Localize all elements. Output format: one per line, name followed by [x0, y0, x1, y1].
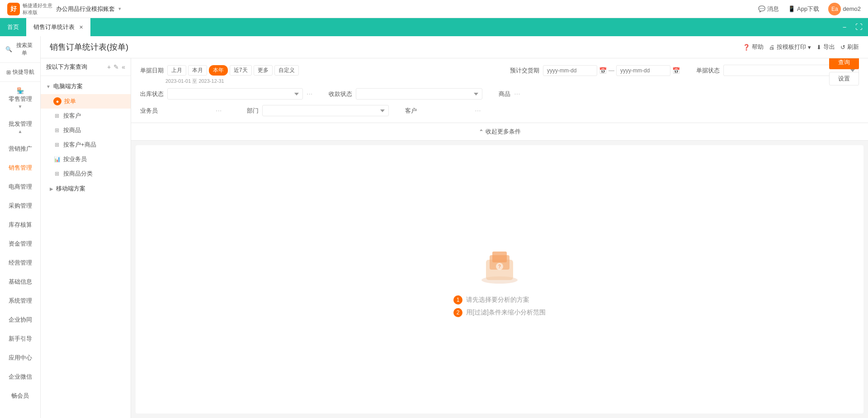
- sidebar-item-enterprise[interactable]: 企业协同: [0, 310, 40, 329]
- sidebar-item-purchase[interactable]: 采购管理: [0, 196, 40, 215]
- export-icon: ⬇: [816, 44, 821, 51]
- page-title: 销售订单统计表(按单): [50, 42, 128, 58]
- sidebar-item-sales[interactable]: 销售管理: [0, 158, 40, 177]
- customer-more-icon[interactable]: ···: [475, 107, 481, 115]
- sidebar-item-enterprise-wechat[interactable]: 企业微信: [0, 367, 40, 386]
- tree-group-pc-header[interactable]: ▼ 电脑端方案: [41, 79, 131, 94]
- sidebar-item-app-center[interactable]: 应用中心: [0, 348, 40, 367]
- message-icon: 💬: [758, 5, 765, 12]
- tree-item-icon-4: 📊: [53, 156, 61, 163]
- refresh-btn[interactable]: ↺ 刷新: [840, 43, 859, 51]
- receipt-status-select[interactable]: [356, 88, 482, 100]
- sidebar-item-system[interactable]: 系统管理: [0, 291, 40, 310]
- query-btn[interactable]: 查询: [829, 58, 859, 69]
- sidebar-item-finance[interactable]: 资金管理: [0, 234, 40, 253]
- filter-product-item: 商品 ···: [499, 90, 520, 98]
- sidebar-item-ecommerce[interactable]: 电商管理: [0, 177, 40, 196]
- quick-nav-btn[interactable]: ⊞ 快捷导航: [0, 66, 40, 79]
- tree-group-mobile-header[interactable]: ▶ 移动端方案: [41, 181, 131, 196]
- date-btn-more[interactable]: 更多: [254, 65, 273, 76]
- export-btn[interactable]: ⬇ 导出: [816, 43, 835, 51]
- tab-home[interactable]: 首页: [0, 18, 26, 36]
- tab-sales-order-stats[interactable]: 销售订单统计表 ✕: [26, 18, 90, 36]
- top-bar-left: 好 畅捷通好生意 标准版 办公用品行业模拟账套 ▾: [7, 2, 121, 15]
- shipment-more-icon[interactable]: ···: [307, 90, 312, 98]
- empty-hint-1: 1 请先选择要分析的方案: [453, 295, 546, 304]
- print-template-btn[interactable]: 🖨 按模板打印 ▾: [769, 43, 811, 51]
- date-btn-7days[interactable]: 近7天: [230, 65, 252, 76]
- expected-delivery-from-input[interactable]: [543, 65, 597, 76]
- calendar-to-icon[interactable]: 📅: [672, 67, 680, 74]
- date-btn-last-month[interactable]: 上月: [167, 65, 186, 76]
- collapse-bar: ⌃ 收起更多条件: [131, 123, 868, 141]
- sidebar-item-operations[interactable]: 经营管理: [0, 253, 40, 272]
- tree-collapse-icon: ▶: [50, 186, 53, 191]
- tree-item-by-customer-product-label: 按客户+商品: [63, 141, 96, 149]
- help-btn[interactable]: ❓ 帮助: [743, 43, 764, 51]
- add-scheme-btn[interactable]: +: [107, 63, 111, 71]
- tree-item-by-category[interactable]: ⊞ 按商品分类: [41, 166, 131, 181]
- filter-receipt-status-item: 收款状态: [329, 88, 482, 100]
- filter-row-3: 业务员 ··· 部门 客户 ···: [140, 105, 859, 116]
- tree-item-by-customer[interactable]: ⊞ 按客户: [41, 109, 131, 123]
- tab-minimize-btn[interactable]: －: [839, 21, 850, 34]
- sidebar-item-inventory[interactable]: 库存核算: [0, 215, 40, 234]
- shipment-status-select[interactable]: [167, 88, 303, 100]
- sidebar-search-section: 🔍 搜索菜单: [0, 36, 40, 63]
- edit-scheme-btn[interactable]: ✎: [113, 63, 119, 71]
- sidebar-item-membership[interactable]: 畅会员: [0, 386, 40, 405]
- tree-item-icon: ⊞: [53, 112, 61, 119]
- search-label: 搜索菜单: [14, 42, 35, 57]
- salesperson-more-icon[interactable]: ···: [216, 107, 222, 115]
- app-title-dropdown[interactable]: ▾: [118, 6, 121, 12]
- download-icon: 📱: [788, 5, 795, 12]
- date-btn-this-month[interactable]: 本月: [188, 65, 207, 76]
- active-item-icon: ●: [53, 97, 61, 105]
- right-panel: 单据日期 上月 本月 本年 近7天 更多 自定义: [131, 58, 868, 418]
- collapse-more-conditions-btn[interactable]: ⌃ 收起更多条件: [479, 128, 521, 136]
- app-download-btn[interactable]: 📱 App下载: [788, 5, 819, 13]
- user-menu[interactable]: Ea demo2: [828, 3, 861, 15]
- sidebar-menu: 🏪 零售管理 ▼ 批发管理 ▲ 营销推广 销售管理 电商管理 采购管理 库存核算: [0, 82, 40, 418]
- product-more-icon[interactable]: ···: [514, 90, 520, 98]
- expected-delivery-to-input[interactable]: [616, 65, 670, 76]
- receipt-status-label: 收款状态: [329, 90, 352, 98]
- top-bar-right: 💬 消息 📱 App下载 Ea demo2: [758, 3, 861, 15]
- tree-group-pc: ▼ 电脑端方案 ● 按单 ⊞ 按客户 ⊞ 按商品: [41, 79, 131, 181]
- salesperson-label: 业务员: [140, 107, 158, 115]
- calendar-from-icon[interactable]: 📅: [599, 67, 607, 74]
- collapse-panel-btn[interactable]: «: [122, 63, 125, 71]
- date-btn-this-year[interactable]: 本年: [209, 65, 228, 76]
- tree-item-by-order[interactable]: ● 按单: [41, 94, 131, 109]
- filter-date-group: 上月 本月 本年 近7天 更多 自定义: [167, 65, 299, 76]
- tree-item-by-customer-product[interactable]: ⊞ 按客户+商品: [41, 138, 131, 152]
- empty-hints: 1 请先选择要分析的方案 2 用[过滤]条件来缩小分析范围: [453, 295, 546, 317]
- settings-btn[interactable]: 设置: [829, 72, 859, 86]
- tree-section: ▼ 电脑端方案 ● 按单 ⊞ 按客户 ⊞ 按商品: [41, 76, 131, 199]
- left-panel: 按以下方案查询 + ✎ « ▼ 电脑端方案 ●: [41, 58, 131, 418]
- search-menu-btn[interactable]: 🔍 搜索菜单: [4, 40, 37, 59]
- tab-close-btn[interactable]: ✕: [79, 24, 83, 30]
- svg-rect-3: [492, 252, 507, 262]
- tree-item-by-product[interactable]: ⊞ 按商品: [41, 123, 131, 138]
- empty-hint-2: 2 用[过滤]条件来缩小分析范围: [453, 308, 546, 317]
- sidebar-item-wholesale[interactable]: 批发管理 ▲: [0, 114, 40, 139]
- quick-nav-label: 快捷导航: [13, 68, 34, 76]
- filter-area-wrapper: 单据日期 上月 本月 本年 近7天 更多 自定义: [131, 58, 868, 141]
- filter-row-1: 单据日期 上月 本月 本年 近7天 更多 自定义: [140, 65, 859, 76]
- tab-expand-btn[interactable]: ⛶: [854, 21, 864, 33]
- sidebar-item-marketing[interactable]: 营销推广: [0, 139, 40, 158]
- sidebar-item-newbie[interactable]: 新手引导: [0, 329, 40, 348]
- sidebar-item-basic[interactable]: 基础信息: [0, 272, 40, 291]
- date-range-display: 2023-01-01 至 2023-12-31: [140, 78, 859, 85]
- page-actions: ❓ 帮助 🖨 按模板打印 ▾ ⬇ 导出 ↺ 刷新: [743, 43, 859, 57]
- sidebar-item-retail[interactable]: 🏪 零售管理 ▼: [0, 82, 40, 114]
- department-select[interactable]: [262, 105, 389, 116]
- date-btn-custom[interactable]: 自定义: [274, 65, 299, 76]
- message-btn[interactable]: 💬 消息: [758, 5, 779, 13]
- logo-text: 畅捷通好生意 标准版: [23, 2, 52, 15]
- tree-item-by-salesperson[interactable]: 📊 按业务员: [41, 152, 131, 166]
- tree-item-by-product-label: 按商品: [63, 126, 81, 134]
- tree-item-icon-3: ⊞: [53, 141, 61, 148]
- logo-icon: 好: [7, 3, 20, 15]
